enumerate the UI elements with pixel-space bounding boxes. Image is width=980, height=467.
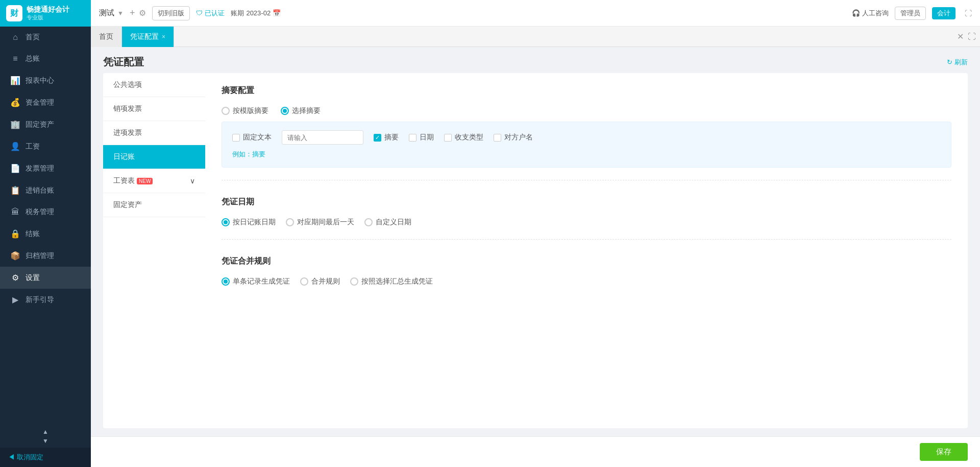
ledger-icon: ≡: [10, 54, 20, 63]
radio-label-custom: 自定义日期: [376, 218, 411, 227]
checkbox-summary[interactable]: ✓ 摘要: [374, 133, 399, 142]
checkbox-label-date: 日期: [420, 133, 434, 142]
project-dropdown-icon[interactable]: ▼: [117, 10, 124, 17]
main-layout: 公共选项销项发票进项发票日记账工资表NEW∨固定资产 摘要配置 按模版摘要 选择…: [91, 73, 980, 436]
topbar-actions: + ⚙: [130, 8, 146, 18]
checkbox-payment_type[interactable]: 收支类型: [444, 133, 483, 142]
checkbox-row: 固定文本 ✓ 摘要 日期 收支类型: [232, 130, 941, 145]
expand-tab-icon[interactable]: ⛶: [968, 32, 976, 41]
sidebar-item-home[interactable]: ⌂ 首页: [0, 27, 91, 48]
reports-icon: 📊: [10, 76, 20, 85]
left-nav-label-diary: 日记账: [113, 152, 135, 161]
checkbox-date[interactable]: 日期: [409, 133, 434, 142]
merge-section: 凭证合并规则 单条记录生成凭证 合并规则 按照选择汇总生成凭证: [222, 256, 951, 298]
radio-label-period_last: 对应期间最后一天: [297, 218, 354, 227]
date-title: 凭证日期: [222, 197, 951, 207]
calendar-icon[interactable]: 📅: [273, 9, 281, 17]
date-radio-group: 按日记账日期 对应期间最后一天 自定义日期: [222, 218, 951, 227]
radio-circle-period_last: [286, 218, 294, 226]
cancel-fixed-button[interactable]: ◀ 取消固定: [0, 448, 91, 467]
fullscreen-icon[interactable]: ⛶: [965, 9, 972, 17]
sidebar-item-funds[interactable]: 💰 资金管理: [0, 91, 91, 113]
left-nav-item-fixed_assets[interactable]: 固定资产: [103, 193, 205, 217]
radio-merge_rule[interactable]: 合并规则: [300, 277, 340, 286]
checkbox-label-fixed_text: 固定文本: [243, 133, 272, 142]
checkbox-box-date: [409, 134, 416, 142]
logo-sub: 专业版: [27, 14, 69, 21]
sidebar-item-trade[interactable]: 📋 进销台账: [0, 179, 91, 201]
period-info: 账期 2023-02 📅: [231, 9, 281, 18]
left-nav-label-payroll_table: 工资表: [113, 176, 135, 185]
sidebar-scroll-arrows: ▲ ▼: [0, 425, 91, 448]
customer-service-button[interactable]: 🎧 人工咨询: [852, 9, 889, 18]
switch-old-button[interactable]: 切到旧版: [152, 6, 190, 20]
user-button[interactable]: 管理员: [895, 7, 926, 20]
save-button[interactable]: 保存: [920, 443, 968, 461]
content-area: 凭证配置 ↻ 刷新 公共选项销项发票进项发票日记账工资表NEW∨固定资产 摘要配…: [91, 47, 980, 467]
sidebar-item-settings[interactable]: ⚙ 设置: [0, 267, 91, 289]
left-nav-item-payroll_table[interactable]: 工资表NEW∨: [103, 169, 205, 193]
sidebar-item-tax[interactable]: 🏛 税务管理: [0, 201, 91, 223]
radio-custom[interactable]: 自定义日期: [364, 218, 411, 227]
tab-voucher-config[interactable]: 凭证配置 ×: [122, 27, 174, 47]
left-nav-item-public[interactable]: 公共选项: [103, 73, 205, 97]
radio-period_last[interactable]: 对应期间最后一天: [286, 218, 354, 227]
page-title: 凭证配置: [103, 55, 144, 69]
checkbox-fixed_text[interactable]: 固定文本: [232, 133, 272, 142]
close-tab-icon[interactable]: ✕: [957, 32, 964, 41]
checkbox-label-payment_type: 收支类型: [455, 133, 483, 142]
sidebar-item-ledger[interactable]: ≡ 总账: [0, 48, 91, 69]
radio-circle-select_summary: [350, 277, 358, 286]
archive-icon: 📦: [10, 251, 20, 261]
sidebar-item-closing[interactable]: 🔒 结账: [0, 223, 91, 245]
sidebar-item-label: 总账: [26, 54, 40, 63]
sidebar-item-archive[interactable]: 📦 归档管理: [0, 245, 91, 267]
sidebar-item-label: 发票管理: [26, 164, 54, 173]
sidebar-item-label: 工资: [26, 142, 40, 151]
tab-close-icon[interactable]: ×: [162, 33, 165, 40]
certified-status: 🛡 已认证: [196, 9, 225, 18]
fixed-text-input[interactable]: [282, 130, 363, 145]
scroll-down-arrow[interactable]: ▼: [42, 436, 48, 446]
left-nav-item-sales_invoice[interactable]: 销项发票: [103, 97, 205, 121]
radio-circle-diary_date: [222, 218, 230, 226]
sidebar-nav: ⌂ 首页≡ 总账📊 报表中心💰 资金管理🏢 固定资产👤 工资📄 发票管理📋 进销…: [0, 27, 91, 425]
radio-diary_date[interactable]: 按日记账日期: [222, 218, 276, 227]
refresh-button[interactable]: ↻ 刷新: [947, 58, 968, 67]
sidebar-item-payroll[interactable]: 👤 工资: [0, 135, 91, 157]
sidebar-item-reports[interactable]: 📊 报表中心: [0, 69, 91, 91]
tab-home[interactable]: 首页: [91, 27, 122, 47]
sidebar-item-guide[interactable]: ▶ 新手引导: [0, 289, 91, 311]
checkbox-box-fixed_text: [232, 134, 240, 142]
trade-icon: 📋: [10, 185, 20, 195]
radio-select_summary[interactable]: 按照选择汇总生成凭证: [350, 277, 433, 286]
left-nav-item-purchase_invoice[interactable]: 进项发票: [103, 121, 205, 145]
merge-title: 凭证合并规则: [222, 256, 951, 267]
main-area: 测试 ▼ + ⚙ 切到旧版 🛡 已认证 账期 2023-02 📅 🎧 人工咨询 …: [91, 0, 980, 467]
radio-template[interactable]: 按模版摘要: [222, 106, 268, 115]
radio-select[interactable]: 选择摘要: [281, 106, 321, 115]
summary-radio-group: 按模版摘要 选择摘要: [222, 106, 951, 115]
settings-icon[interactable]: ⚙: [139, 8, 146, 18]
sidebar-item-label: 资金管理: [26, 98, 54, 107]
radio-label-single: 单条记录生成凭证: [233, 277, 290, 286]
logo-area: 财 畅捷通好会计 专业版: [0, 0, 91, 27]
closing-icon: 🔒: [10, 229, 20, 239]
radio-circle-custom: [364, 218, 373, 226]
checkbox-counterpart[interactable]: 对方户名: [494, 133, 533, 142]
sidebar-item-invoices[interactable]: 📄 发票管理: [0, 157, 91, 179]
tab-home-label: 首页: [99, 32, 113, 41]
sidebar-item-assets[interactable]: 🏢 固定资产: [0, 113, 91, 135]
new-badge: NEW: [137, 178, 153, 184]
checkbox-label-summary: 摘要: [384, 133, 399, 142]
payroll-icon: 👤: [10, 142, 20, 151]
radio-single[interactable]: 单条记录生成凭证: [222, 277, 290, 286]
headset-icon: 🎧: [852, 9, 860, 17]
right-panel: 摘要配置 按模版摘要 选择摘要 固定文本 ✓ 摘要: [205, 73, 968, 428]
add-icon[interactable]: +: [130, 8, 135, 18]
left-nav-item-diary[interactable]: 日记账: [103, 145, 205, 169]
scroll-up-arrow[interactable]: ▲: [42, 427, 48, 436]
project-name: 测试 ▼: [99, 8, 124, 18]
role-button[interactable]: 会计: [932, 7, 955, 19]
sidebar-item-label: 进销台账: [26, 186, 54, 195]
